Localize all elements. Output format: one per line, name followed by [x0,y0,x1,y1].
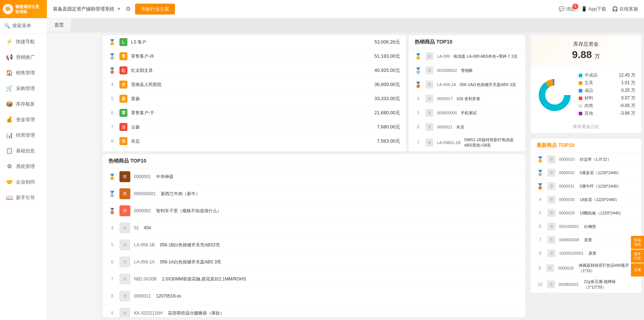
new-product-row[interactable]: 5 图 0000029 18颗粒板（1220*2440） [531,206,641,220]
product-code: 003800001 [559,282,579,287]
guide-icon: 📖 [6,194,13,201]
customer-rank-row[interactable]: 5 星 星扬 33,333.00元 [103,92,406,106]
new-product-row[interactable]: 6 图 004100001 白钢垫 [531,220,641,233]
sidebar-item-operations[interactable]: 📊 经营管理 [0,127,47,143]
new-product-row[interactable]: 🥇 图 0000033 封边带（1.0*22） [531,153,641,166]
sidebar-item-quick-nav[interactable]: ⚡ 快捷导航 [0,34,47,49]
customer-rank-row[interactable]: 8 肖 肖总 7,563.00元 [103,134,406,148]
product-name: 59651-1B旋转投影灯电池盒ABS黑色+58克 [464,137,519,148]
product-code: LA-089 [437,54,450,58]
new-product-row[interactable]: 8 图 10000100001 原查 [531,247,641,260]
try-plan-button[interactable]: 体验行业方案 [135,4,175,15]
float-btn-live[interactable]: 直播 [631,263,644,276]
settings-button[interactable]: ⚙ [126,5,131,12]
legend-item: 肉类 -0.05 万 [579,103,635,109]
sidebar-item-basic-info[interactable]: 📋 基础信息 [0,143,47,159]
product-name: 12070519-xs [156,294,181,299]
rank-number: 7 [415,140,422,145]
message-button[interactable]: 💬 消息 6 [559,6,575,12]
hot-product-right-row[interactable]: 7 图 LA-59651-1B 59651-1B旋转投影灯电池盒ABS黑色+58… [409,134,525,151]
product-code: 0000001 [134,174,151,179]
customer-name: 星扬 [131,96,371,102]
customer-name: 云扬 [131,124,373,130]
new-product-row[interactable]: 🥈 图 0000032 5厘多层（1220*2440） [531,166,641,180]
customer-rank-row[interactable]: 🥉 红 红太阳文具 40,925.00元 [103,63,406,78]
sidebar-item-sales[interactable]: 🏠 销售管理 [0,65,47,81]
sidebar-item-enterprise[interactable]: 🤝 企业协同 [0,174,47,190]
hot-product-right-row[interactable]: 6 图 0000021 夹克 [409,120,525,134]
legend-name: 其他 [584,110,617,116]
legend-dot [579,104,582,108]
system-icon: ⚙ [6,163,13,170]
svg-point-0 [542,82,567,108]
app-download-link[interactable]: 📱 App下载 [581,6,606,12]
rank-number: 5 [109,96,116,101]
hot-product-right-row[interactable]: 🥇 图 LA-089 电池盖 LA-089 ABS本色+黑种 7.1克 [409,49,525,63]
search-menu-btn[interactable]: 🔍 搜索菜单 [3,21,44,30]
hot-product-main-row[interactable]: 4 图 01 45# [103,220,525,237]
hot-products-main-rows: 🥇 图 0000001 中华神器 🥈 图 000500001 新西兰牛肉（新牛）… [103,168,525,317]
hot-product-right-row[interactable]: 5 图 000800005 手机测试 [409,106,525,120]
new-product-row[interactable]: 10 图 003800001 22g鱼豆腐·烧烤味（1*12*20） [531,276,641,293]
sidebar-item-system[interactable]: ⚙ 系统管理 [0,159,47,174]
product-code: 000500001 [134,191,156,196]
product-name: 手机测试 [461,110,519,116]
product-name: 电池盖 LA-089 ABS本色+黑种 7.1克 [453,54,519,59]
tab-home[interactable]: 首页 [47,18,72,32]
content-area: 🥇 L LS 客户 53,006.26元 🥈 零 零售客户-许 51,183.0… [47,32,644,320]
hot-product-main-row[interactable]: 🥉 图 0000002 智利车子里（规格不知道填什么） [103,202,525,220]
hot-product-main-row[interactable]: 6 图 LA-056-1A 056-1A白色按键开关盖ABS 3壳 [103,254,525,271]
product-thumb: 图 [119,205,130,216]
legend-item: 文具 1.01 万 [579,80,635,86]
left-panel [47,32,100,320]
sidebar-item-finance[interactable]: 💰 资金管理 [0,112,47,127]
sidebar-item-marketing[interactable]: 📢 营销推广 [0,49,47,65]
hot-product-main-row[interactable]: 5 图 LA-056-1B 056-1B白色按键开关壳ABS2壳 [103,237,525,254]
customer-name: LS 客户 [131,39,371,45]
legend-dot [579,74,582,77]
hot-product-main-row[interactable]: 🥈 图 000500001 新西兰牛肉（新牛） [103,185,525,202]
product-thumb: 图 [119,308,130,317]
customer-rank-row[interactable]: 4 杏 苍南县人民医院 36,600.00元 [103,78,406,92]
sidebar-item-guide[interactable]: 📖 新手引导 [0,190,47,205]
new-product-row[interactable]: 🥉 图 0000031 5厘中纤（1220*2440） [531,180,641,193]
hot-product-main-row[interactable]: 8 图 0000011 12070519-xs [103,288,525,305]
hot-product-right-row[interactable]: 4 图 0000017 10S 变利罗浆 [409,92,525,106]
hot-product-main-row[interactable]: 7 图 NB2.0X30B 2.0X30MM双搓花轴,搓花直径2.1MM/ROH… [103,271,525,288]
product-name: 中华神器 [156,174,174,180]
rank-number: 9 [109,311,116,316]
new-product-row[interactable]: 9 图 0000028 体碗荔枝味苏打饮品400毫升（1*15） [531,260,641,276]
product-thumb: 图 [547,236,555,244]
headset-icon: 🎧 [612,6,618,12]
float-btn-community[interactable]: 服务社区 [631,250,644,263]
hot-product-main-row[interactable]: 9 图 KK-SD22110H 花语萌偿温分腿睡袋（厚款） [103,305,525,317]
product-code: 0000028 [558,266,574,270]
medal-icon: 🥉 [109,67,116,74]
customer-rank-row[interactable]: 🥇 L LS 客户 53,006.26元 [103,35,406,49]
hot-product-right-row[interactable]: 🥈 图 001000002 雪地靴 [409,63,525,78]
customer-rank-row[interactable]: 7 云 云扬 7,680.00元 [103,120,406,134]
finance-icon: 💰 [6,116,13,123]
rank-number: 6 [415,124,422,130]
float-btn-service[interactable]: 客服热线 [631,236,644,249]
hot-product-main-row[interactable]: 🥇 图 0000001 中华神器 [103,168,525,185]
hot-product-right-row[interactable]: 🥉 图 LA-056-1A 056-1A白色按键开关盖ABS 3克 [409,78,525,92]
rank-number: 5 [109,242,116,247]
customer-rank-row[interactable]: 6 零 零售客户-于 21,680.00元 [103,106,406,120]
rank-number: 5 [415,110,422,115]
product-code: 0000017 [437,97,453,101]
sidebar-item-purchase[interactable]: 🛒 采购管理 [0,81,47,96]
new-product-row[interactable]: 7 图 000800008 原查 [531,233,641,247]
product-name: 夹克 [456,124,519,130]
quick-nav-icon: ⚡ [6,38,13,45]
customer-rank-row[interactable]: 🥈 零 零售客户-许 51,183.00元 [103,49,406,63]
new-product-row[interactable]: 4 图 0000030 18多层（1220*2440） [531,193,641,206]
medal-icon: 🥉 [537,183,544,190]
float-buttons: 客服热线 服务社区 直播 [631,236,644,276]
message-badge: 6 [572,4,578,9]
sidebar-item-inventory[interactable]: 📦 库存核算 [0,96,47,112]
product-thumb: 图 [119,171,130,182]
sidebar-logo: 畅 畅捷通好生意 标准版 [0,0,47,18]
system-selector[interactable]: 装备及固定资产辅助管理系统 ▼ [53,6,121,12]
online-service-link[interactable]: 🎧 在线客服 [612,6,638,12]
